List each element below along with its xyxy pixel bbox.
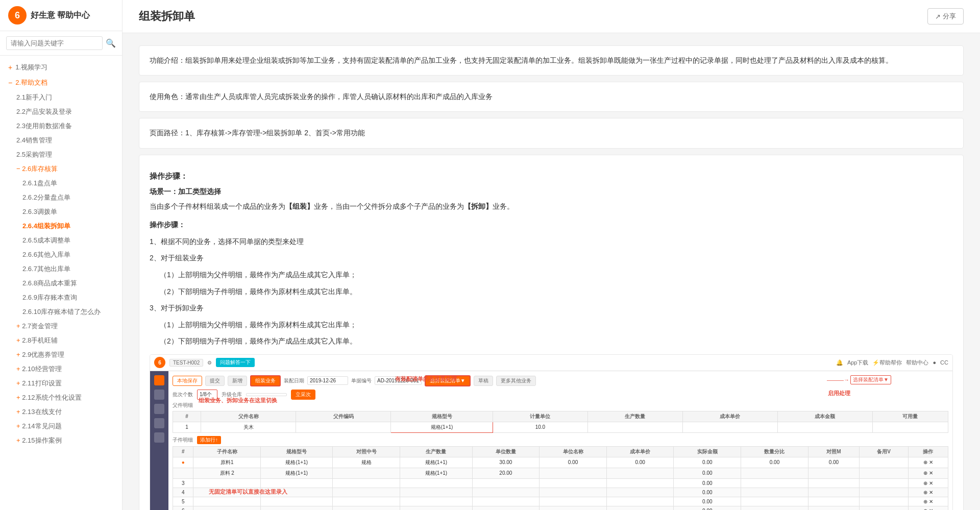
sim-th-no: # bbox=[173, 411, 201, 422]
sim-parent-table: # 父件名称 父件编码 规格型号 计量单位 生产数量 成本单价 成本金额 可用量 bbox=[173, 411, 948, 433]
sidebar-item-payment[interactable]: + 2.13在线支付 bbox=[0, 405, 122, 419]
operations-section: 操作步骤： 场景一：加工类型选择 当由多个子件材料组装成一个成品的业务为【组装】… bbox=[139, 155, 964, 510]
annotation-manual: 无固定清单可以直接在这里录入 bbox=[209, 488, 287, 496]
sim-nav-item4 bbox=[154, 432, 164, 443]
op3-2-text: （2）下部明细为子件明细，最终作为产成品生成其它入库单。 bbox=[160, 334, 953, 348]
annotation-enable: 启用处理 bbox=[828, 390, 850, 397]
sim-child-row1: ● 原料1 规格(1+1) 规格 规格(1+1) 30.00 0.00 0.00… bbox=[173, 457, 948, 468]
sidebar-item-mobile[interactable]: + 2.8手机旺辅 bbox=[0, 333, 122, 348]
op1-text: 1、根据不同的业务，选择不同单据的类型来处理 bbox=[150, 235, 953, 249]
sim-th-code: 父件编码 bbox=[296, 411, 391, 422]
scene1-title: 场景一：加工类型选择 bbox=[150, 187, 953, 197]
sidebar-item-print[interactable]: + 2.11打印设置 bbox=[0, 376, 122, 391]
sim-th-avail: 可用量 bbox=[872, 411, 948, 422]
sidebar-item-docs[interactable]: − 2.帮助文档 bbox=[0, 75, 122, 90]
sidebar-item-cost-adjust[interactable]: 2.6.5成本调整单 bbox=[0, 233, 122, 248]
sidebar-item-purchase[interactable]: 2.5采购管理 bbox=[0, 148, 122, 162]
sidebar-item-sales[interactable]: 2.4销售管理 bbox=[0, 133, 122, 148]
sidebar-item-transfer[interactable]: 2.6.3调拨单 bbox=[0, 205, 122, 219]
sim-child-label: 子件明细 bbox=[173, 436, 193, 444]
path-text: 页面路径：1、库存核算->库存管理->组装拆卸单 2、首页->常用功能 bbox=[150, 129, 365, 137]
sidebar-item-install[interactable]: 2.2产品安装及登录 bbox=[0, 105, 122, 119]
search-box: 🔍 bbox=[0, 31, 122, 56]
screenshot-top-bar: 6 TEST-H002 ⚙ 问题解答一下 🔔App下载⚡帮助帮你帮助中心●CC bbox=[150, 355, 952, 371]
search-input[interactable] bbox=[6, 36, 103, 50]
sim-nav-item1 bbox=[154, 390, 164, 400]
sim-child-table: # 子件名称 规格型号 对照中号 生产数量 单位数量 单位名称 成本单价 实际金… bbox=[173, 446, 948, 510]
sim-address: TEST-H002 bbox=[169, 359, 203, 367]
sim-th-name: 父件名称 bbox=[201, 411, 296, 422]
op2-2-text: （2）下部明细为子件明细，最终作为原材料生成其它出库单。 bbox=[160, 285, 953, 299]
sidebar-item-finance[interactable]: + 2.7资金管理 bbox=[0, 319, 122, 333]
sidebar-item-label: 2.帮助文档 bbox=[15, 78, 47, 87]
sidebar-item-coupon[interactable]: + 2.9优惠券管理 bbox=[0, 348, 122, 362]
sim-field-date-label: 装配日期 bbox=[284, 377, 304, 384]
sidebar-item-stock-count[interactable]: 2.6.1盘点单 bbox=[0, 176, 122, 190]
annotation-bom: 有装配清单的在这里处理 bbox=[395, 375, 457, 383]
sim-count-label: 批次个数 bbox=[173, 391, 193, 398]
role-block: 使用角色：通常由生产人员或库管人员完成拆装业务的操作，库管人员确认原材料的出库和… bbox=[139, 82, 964, 112]
sim-child-row3: 30.00⊕ ✕ bbox=[173, 478, 948, 488]
sidebar-item-other-out[interactable]: 2.6.7其他出库单 bbox=[0, 262, 122, 276]
sidebar-item-stock-ledger[interactable]: 2.6.9库存账本查询 bbox=[0, 290, 122, 305]
op2-text: 2、对于组装业务 bbox=[150, 251, 953, 265]
sim-parent-row1: 1 关木 规格(1+1) 10.0 bbox=[173, 422, 948, 432]
sidebar-item-partial-count[interactable]: 2.6.2分量盘点单 bbox=[0, 190, 122, 205]
content-area: 功能介绍：组装拆卸单用来处理企业组装或拆卸等加工业务，支持有固定装配清单的产品加… bbox=[122, 33, 980, 510]
screenshot-container: 6 TEST-H002 ⚙ 问题解答一下 🔔App下载⚡帮助帮你帮助中心●CC bbox=[150, 354, 953, 510]
intro-text: 功能介绍：组装拆卸单用来处理企业组装或拆卸等加工业务，支持有固定装配清单的产品加… bbox=[150, 56, 893, 64]
sim-date-value: 2019-12-26 bbox=[307, 376, 348, 385]
sidebar-item-video[interactable]: + 1.视频学习 bbox=[0, 60, 122, 75]
operations-title: 操作步骤： bbox=[150, 172, 953, 181]
sidebar-item-cases[interactable]: + 2.15操作案例 bbox=[0, 433, 122, 448]
main-content: 组装拆卸单 ↗ 分享 功能介绍：组装拆卸单用来处理企业组装或拆卸等加工业务，支持… bbox=[122, 0, 980, 510]
collapse-icon: − bbox=[8, 79, 12, 87]
sidebar-item-personalize[interactable]: + 2.12系统个性化设置 bbox=[0, 391, 122, 405]
sim-draft: 草稿 bbox=[474, 376, 493, 386]
sim-top-icons: 🔔App下载⚡帮助帮你帮助中心●CC bbox=[836, 359, 948, 367]
share-icon: ↗ bbox=[935, 13, 941, 20]
sim-warehouse-input bbox=[246, 393, 287, 396]
sidebar-item-ledger-fix[interactable]: 2.6.10库存账本错了怎么办 bbox=[0, 305, 122, 319]
intro-block: 功能介绍：组装拆卸单用来处理企业组装或拆卸等加工业务，支持有固定装配清单的产品加… bbox=[139, 45, 964, 76]
sim-th-cost: 成本单价 bbox=[682, 411, 777, 422]
sim-child-row6: 60.00⊕ ✕ bbox=[173, 506, 948, 510]
sim-child-row2: 原料 2 规格(1+1) 规格(1+1) 20.00 0.00 bbox=[173, 468, 948, 478]
sidebar-item-inventory[interactable]: − 2.6库存核算 bbox=[0, 162, 122, 176]
sim-th-spec: 规格型号 bbox=[391, 411, 493, 422]
scene1-desc: 当由多个子件材料组装成一个成品的业务为【组装】业务，当由一个父件拆分成多个子产品… bbox=[150, 200, 953, 213]
sim-more: 更多其他业务 bbox=[496, 376, 536, 386]
sidebar-header: 6 好生意 帮助中心 bbox=[0, 0, 122, 31]
path-block: 页面路径：1、库存核算->库存管理->组装拆卸单 2、首页->常用功能 bbox=[139, 118, 964, 148]
sim-child-row5: 50.00⊕ ✕ bbox=[173, 497, 948, 506]
sim-th-unit: 计量单位 bbox=[493, 411, 587, 422]
sidebar-item-cost-recalc[interactable]: 2.6.8商品成本重算 bbox=[0, 276, 122, 290]
sim-parent-table-label: 父件明细 bbox=[173, 402, 948, 409]
sim-th-amount: 成本金额 bbox=[777, 411, 872, 422]
page-title: 组装拆卸单 bbox=[139, 9, 195, 24]
sim-help-btn: 问题解答一下 bbox=[216, 358, 255, 367]
sidebar-item-management[interactable]: + 2.10经营管理 bbox=[0, 362, 122, 376]
sim-settings-icon: ⚙ bbox=[207, 360, 212, 366]
sim-nav-item2 bbox=[154, 404, 164, 414]
expand-icon: + bbox=[8, 63, 12, 71]
sim-logo: 6 bbox=[154, 357, 165, 368]
sim-assembly-type: 组装业务 bbox=[250, 375, 281, 386]
sidebar-item-faq[interactable]: + 2.14常见问题 bbox=[0, 419, 122, 433]
sim-btn-assemblytype: 本地保存 bbox=[173, 376, 202, 386]
sim-btn-submit: 提交 bbox=[205, 376, 225, 386]
annotation-switch: 组装业务、拆卸业务在这里切换 bbox=[199, 397, 277, 404]
sidebar-item-other-in[interactable]: 2.6.6其他入库单 bbox=[0, 248, 122, 262]
op2-1-text: （1）上部明细为父件明细，最终作为产成品生成其它入库单； bbox=[160, 268, 953, 282]
sidebar-item-label: 1.视频学习 bbox=[15, 63, 47, 72]
share-button[interactable]: ↗ 分享 bbox=[927, 8, 964, 25]
sidebar-item-assembly[interactable]: 2.6.4组装拆卸单 bbox=[0, 219, 122, 233]
search-icon[interactable]: 🔍 bbox=[106, 38, 116, 48]
sim-nav-item3 bbox=[154, 418, 164, 428]
op3-text: 3、对于拆卸业务 bbox=[150, 301, 953, 315]
annotation-bom-arrow: ———→ 选择装配清单▼ bbox=[827, 375, 891, 384]
ops-sub-title: 操作步骤： bbox=[150, 218, 953, 232]
sidebar-item-data-prep[interactable]: 2.3使用前数据准备 bbox=[0, 119, 122, 133]
sim-num-label: 单据编号 bbox=[351, 377, 372, 384]
sidebar-item-newcomer[interactable]: 2.1新手入门 bbox=[0, 90, 122, 105]
